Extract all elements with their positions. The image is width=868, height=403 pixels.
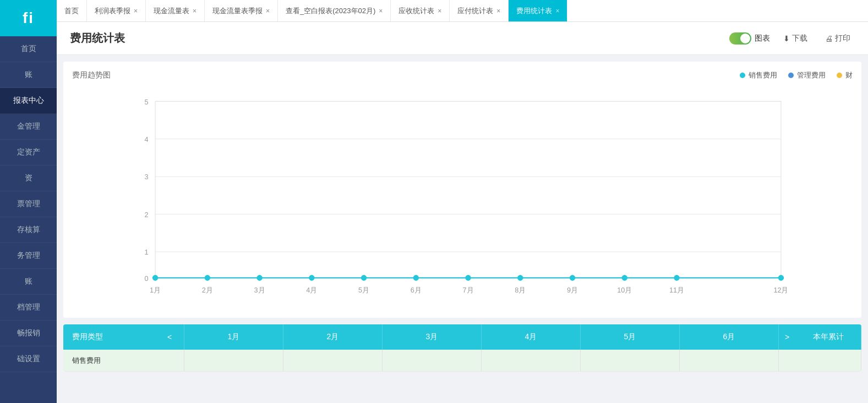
- td-m2-sales: [283, 350, 383, 371]
- header-actions: 图表 ⬇ 下载 🖨 打印: [729, 31, 855, 46]
- sidebar-item-funds[interactable]: 资: [0, 165, 57, 191]
- svg-text:11月: 11月: [669, 286, 684, 294]
- svg-point-17: [361, 275, 367, 281]
- sidebar: fi 首页 账 报表中心 金管理 定资产 资 票管理 存核算 务管理 账 档管理…: [0, 0, 57, 403]
- th-type: 费用类型 <: [63, 324, 184, 350]
- svg-text:1月: 1月: [150, 286, 161, 294]
- svg-text:7月: 7月: [463, 286, 474, 294]
- chart-container: 费用趋势图 销售费用 管理费用 财: [63, 62, 861, 318]
- svg-point-15: [256, 275, 263, 281]
- logo: fi: [0, 0, 57, 36]
- chart-title: 费用趋势图: [72, 70, 111, 80]
- sidebar-item-invoice[interactable]: 票管理: [0, 191, 57, 217]
- sidebar-item-inventory[interactable]: 存核算: [0, 217, 57, 243]
- page-title: 费用统计表: [70, 31, 125, 46]
- sidebar-item-fund-mgmt[interactable]: 金管理: [0, 114, 57, 140]
- tab-close-cashflow[interactable]: ×: [193, 7, 196, 15]
- svg-text:0: 0: [144, 275, 148, 283]
- th-month-2: 2月: [283, 324, 383, 350]
- tab-expense-stats[interactable]: 费用统计表 ×: [509, 0, 567, 22]
- download-icon: ⬇: [783, 34, 790, 43]
- svg-point-22: [621, 275, 627, 281]
- sidebar-item-service[interactable]: 务管理: [0, 243, 57, 269]
- trend-chart-svg: 5 4 3 2 1 0: [72, 87, 853, 307]
- svg-point-24: [778, 275, 784, 281]
- svg-point-20: [517, 275, 523, 281]
- tab-close-payable[interactable]: ×: [496, 7, 500, 15]
- svg-text:4: 4: [144, 136, 148, 143]
- tab-close-cashflow-q[interactable]: ×: [266, 7, 270, 15]
- svg-text:1: 1: [144, 249, 148, 256]
- svg-point-18: [413, 275, 419, 281]
- svg-text:8月: 8月: [515, 286, 526, 294]
- svg-text:3月: 3月: [254, 286, 265, 294]
- page-content: 费用统计表 图表 ⬇ 下载 🖨 打印 费用趋势图: [57, 22, 868, 403]
- svg-text:2月: 2月: [202, 286, 213, 294]
- td-type-sales: 销售费用: [63, 350, 184, 371]
- chart-toggle-label: 图表: [755, 34, 770, 43]
- chart-svg-area: 5 4 3 2 1 0: [72, 87, 853, 309]
- tab-bar: 首页 利润表季报 × 现金流量表 × 现金流量表季报 × 查看_空白报表(202…: [57, 0, 868, 22]
- svg-rect-12: [155, 101, 781, 278]
- sidebar-item-file[interactable]: 档管理: [0, 295, 57, 321]
- print-button[interactable]: 🖨 打印: [821, 31, 855, 46]
- download-button[interactable]: ⬇ 下载: [779, 31, 812, 46]
- th-month-5: 5月: [581, 324, 680, 350]
- svg-point-21: [570, 275, 576, 281]
- tab-cashflow-quarterly[interactable]: 现金流量表季报 ×: [205, 0, 278, 22]
- sidebar-item-fixed-assets[interactable]: 定资产: [0, 140, 57, 165]
- td-m3-sales: [383, 350, 482, 371]
- tab-receivable[interactable]: 应收统计表 ×: [391, 0, 450, 22]
- td-total-sales: [795, 350, 861, 371]
- legend-sales: 销售费用: [740, 70, 777, 80]
- chart-toggle-wrapper: 图表: [729, 32, 770, 45]
- svg-text:5: 5: [144, 98, 148, 106]
- tab-close-expense[interactable]: ×: [555, 7, 559, 15]
- td-m4-sales: [482, 350, 581, 371]
- table-header: 费用类型 < 1月 2月 3月 4月 5月 6月 > 本年累计: [63, 324, 861, 350]
- svg-text:9月: 9月: [567, 286, 578, 294]
- svg-text:3: 3: [144, 173, 148, 181]
- sidebar-item-account[interactable]: 账: [0, 62, 57, 88]
- svg-text:5月: 5月: [358, 286, 369, 294]
- td-m6-sales: [680, 350, 779, 371]
- sidebar-item-report-center[interactable]: 报表中心: [0, 88, 57, 114]
- svg-point-13: [152, 275, 159, 281]
- th-month-4: 4月: [482, 324, 581, 350]
- svg-point-14: [205, 275, 211, 281]
- tab-blank-report[interactable]: 查看_空白报表(2023年02月) ×: [278, 0, 391, 22]
- tab-close-blank[interactable]: ×: [379, 7, 383, 15]
- legend-dot-sales: [740, 73, 745, 78]
- sidebar-item-claim[interactable]: 畅报销: [0, 321, 57, 346]
- td-m1-sales: [184, 350, 283, 371]
- chart-toggle[interactable]: [729, 32, 751, 45]
- tab-cashflow[interactable]: 现金流量表 ×: [146, 0, 205, 22]
- svg-point-16: [309, 275, 315, 281]
- tab-profit-report[interactable]: 利润表季报 ×: [87, 0, 146, 22]
- svg-point-23: [674, 275, 680, 281]
- main-content: 首页 利润表季报 × 现金流量表 × 现金流量表季报 × 查看_空白报表(202…: [57, 0, 868, 403]
- print-icon: 🖨: [825, 34, 833, 43]
- sidebar-item-settings[interactable]: 础设置: [0, 346, 57, 372]
- th-total: 本年累计: [795, 324, 861, 350]
- td-m5-sales: [581, 350, 680, 371]
- tab-payable[interactable]: 应付统计表 ×: [450, 0, 509, 22]
- table-next-arrow[interactable]: >: [779, 324, 795, 350]
- legend-finance: 财: [837, 70, 853, 80]
- sidebar-item-home[interactable]: 首页: [0, 36, 57, 62]
- tab-close-profit[interactable]: ×: [134, 7, 138, 15]
- sidebar-item-ledger[interactable]: 账: [0, 269, 57, 295]
- th-month-6: 6月: [680, 324, 779, 350]
- svg-text:4月: 4月: [306, 286, 317, 294]
- svg-text:2: 2: [144, 211, 148, 219]
- svg-text:12月: 12月: [773, 286, 788, 294]
- legend-admin: 管理费用: [788, 70, 826, 80]
- tab-home[interactable]: 首页: [57, 0, 87, 22]
- table-section: 费用类型 < 1月 2月 3月 4月 5月 6月 > 本年累计 销售费用: [63, 324, 861, 372]
- chart-header: 费用趋势图 销售费用 管理费用 财: [72, 70, 853, 80]
- svg-text:10月: 10月: [617, 286, 632, 294]
- th-month-3: 3月: [383, 324, 482, 350]
- table-prev-arrow[interactable]: <: [164, 333, 175, 341]
- table-row-sales: 销售费用: [63, 350, 861, 372]
- tab-close-receivable[interactable]: ×: [438, 7, 441, 15]
